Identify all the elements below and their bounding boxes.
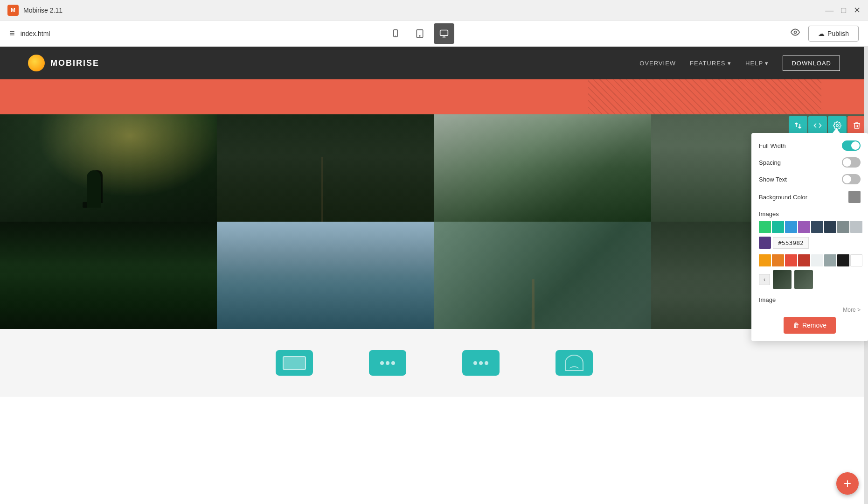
color-black[interactable] bbox=[837, 254, 849, 266]
device-switcher bbox=[385, 23, 454, 44]
svg-rect-4 bbox=[440, 30, 448, 35]
show-text-toggle[interactable] bbox=[842, 174, 861, 184]
main-toolbar: ≡ index.html ☁ Publish bbox=[0, 21, 868, 47]
color-orange[interactable] bbox=[759, 254, 771, 266]
reorder-button[interactable] bbox=[789, 116, 807, 135]
publish-icon: ☁ bbox=[818, 30, 825, 37]
bg-color-swatch[interactable] bbox=[848, 191, 861, 203]
images-section-label: Images bbox=[759, 210, 779, 217]
color-purple[interactable] bbox=[798, 221, 810, 233]
mobile-view-button[interactable] bbox=[385, 23, 406, 44]
color-dark-orange[interactable] bbox=[772, 254, 784, 266]
site-logo: MOBIRISE bbox=[28, 55, 99, 71]
image-thumb-1 bbox=[773, 270, 792, 289]
svg-point-1 bbox=[395, 35, 396, 36]
gallery-cell-3 bbox=[434, 114, 651, 222]
add-section-button[interactable]: + bbox=[836, 472, 859, 495]
color-blue[interactable] bbox=[785, 221, 797, 233]
image-thumb-2 bbox=[794, 270, 813, 289]
publish-label: Publish bbox=[827, 30, 849, 37]
spacing-row: Spacing bbox=[759, 157, 861, 168]
color-teal[interactable] bbox=[772, 221, 784, 233]
feature-icon-1 bbox=[276, 350, 313, 376]
maximize-button[interactable]: □ bbox=[841, 6, 846, 14]
svg-point-3 bbox=[419, 35, 420, 36]
full-width-row: Full Width bbox=[759, 140, 861, 151]
titlebar-left: M Mobirise 2.11 bbox=[7, 5, 62, 16]
color-white[interactable] bbox=[850, 254, 862, 266]
window-controls: — □ ✕ bbox=[825, 6, 861, 14]
color-dark-red[interactable] bbox=[798, 254, 810, 266]
app-title: Mobirise 2.11 bbox=[23, 7, 62, 14]
full-width-toggle[interactable] bbox=[842, 140, 861, 151]
edit-code-button[interactable] bbox=[808, 116, 827, 135]
trash-icon: 🗑 bbox=[793, 322, 799, 329]
app-logo: M bbox=[7, 5, 19, 16]
remove-label: Remove bbox=[802, 322, 826, 329]
color-grid-row2 bbox=[759, 254, 861, 266]
logo-letter: M bbox=[11, 7, 15, 14]
nav-download-button[interactable]: DOWNLOAD bbox=[783, 56, 840, 71]
desktop-view-button[interactable] bbox=[434, 23, 454, 44]
images-thumbnail-row: ‹ bbox=[759, 270, 861, 289]
site-navbar: MOBIRISE OVERVIEW FEATURES ▾ HELP ▾ DOWN… bbox=[0, 47, 868, 79]
svg-point-8 bbox=[836, 125, 839, 127]
feature-icon-4 bbox=[556, 350, 593, 376]
show-text-label: Show Text bbox=[759, 176, 787, 183]
toolbar-right: ☁ Publish bbox=[790, 26, 859, 42]
gallery-cell-5 bbox=[0, 222, 217, 329]
bottom-section bbox=[0, 329, 868, 397]
preview-button[interactable] bbox=[790, 28, 801, 40]
gallery-cell-6 bbox=[217, 222, 434, 329]
site-logo-icon bbox=[28, 55, 45, 71]
filename-label: index.html bbox=[21, 30, 50, 37]
nav-link-overview[interactable]: OVERVIEW bbox=[639, 60, 676, 67]
full-width-label: Full Width bbox=[759, 142, 786, 149]
color-gray[interactable] bbox=[837, 221, 849, 233]
menu-button[interactable]: ≡ bbox=[9, 28, 15, 39]
remove-button[interactable]: 🗑 Remove bbox=[784, 317, 836, 334]
image-prev-button[interactable]: ‹ bbox=[759, 274, 770, 285]
color-red[interactable] bbox=[785, 254, 797, 266]
gallery-cell-7 bbox=[434, 222, 651, 329]
close-button[interactable]: ✕ bbox=[854, 6, 861, 14]
site-nav-links: OVERVIEW FEATURES ▾ HELP ▾ DOWNLOAD bbox=[639, 56, 840, 71]
color-light-gray[interactable] bbox=[850, 221, 862, 233]
hex-input-row: #553982 bbox=[759, 237, 861, 249]
more-link[interactable]: More > bbox=[759, 307, 861, 313]
panel-chevron bbox=[833, 128, 840, 133]
image-section-label: Image bbox=[759, 296, 776, 303]
spacing-label: Spacing bbox=[759, 159, 781, 166]
gallery-grid bbox=[0, 114, 868, 329]
site-logo-text: MOBIRISE bbox=[50, 58, 99, 68]
color-grid-row1 bbox=[759, 221, 861, 233]
publish-button[interactable]: ☁ Publish bbox=[808, 26, 859, 42]
nav-link-features[interactable]: FEATURES ▾ bbox=[690, 60, 731, 67]
bg-color-row: Background Color bbox=[759, 191, 861, 203]
color-green[interactable] bbox=[759, 221, 771, 233]
selected-color-preview bbox=[759, 237, 771, 249]
color-medium-gray[interactable] bbox=[824, 254, 836, 266]
feature-icon-3 bbox=[462, 350, 500, 376]
svg-point-7 bbox=[794, 31, 797, 33]
gallery-cell-2 bbox=[217, 114, 434, 222]
settings-panel: Full Width Spacing Show Text Background … bbox=[751, 133, 868, 341]
color-white-gray[interactable] bbox=[811, 254, 823, 266]
delete-section-button[interactable] bbox=[847, 116, 866, 135]
nav-link-help[interactable]: HELP ▾ bbox=[745, 60, 769, 67]
feature-icon-2 bbox=[369, 350, 406, 376]
preview-area: MOBIRISE OVERVIEW FEATURES ▾ HELP ▾ DOWN… bbox=[0, 47, 868, 504]
color-dark-blue[interactable] bbox=[811, 221, 823, 233]
toolbar-left: ≡ index.html bbox=[9, 28, 50, 39]
hex-value-display[interactable]: #553982 bbox=[773, 237, 809, 249]
titlebar: M Mobirise 2.11 — □ ✕ bbox=[0, 0, 868, 21]
gallery-cell-1 bbox=[0, 114, 217, 222]
tablet-view-button[interactable] bbox=[410, 23, 430, 44]
color-navy[interactable] bbox=[824, 221, 836, 233]
bg-color-label: Background Color bbox=[759, 194, 807, 201]
show-text-row: Show Text bbox=[759, 174, 861, 184]
minimize-button[interactable]: — bbox=[825, 6, 833, 14]
orange-section bbox=[0, 79, 868, 114]
spacing-toggle[interactable] bbox=[842, 157, 861, 168]
